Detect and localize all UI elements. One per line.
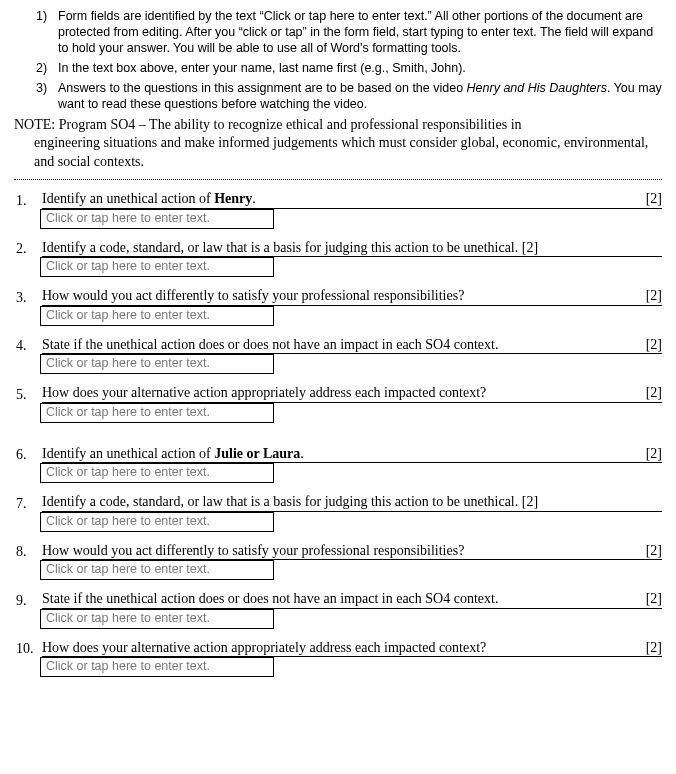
answer-input-row: Click or tap here to enter text. [40,560,662,580]
question-row: 1.Identify an unethical action of Henry.… [14,190,662,209]
question-text: Identify a code, standard, or law that i… [42,239,662,257]
question-number: 5. [14,387,42,403]
question-text: State if the unethical action does or do… [42,336,642,354]
question-number: 4. [14,338,42,354]
question-text-wrap: How does your alternative action appropr… [42,384,662,403]
question-row: 2.Identify a code, standard, or law that… [14,239,662,258]
question-text: How would you act differently to satisfy… [42,287,642,305]
answer-input-row: Click or tap here to enter text. [40,657,662,677]
question-points: [2] [642,190,662,208]
question-text-wrap: How would you act differently to satisfy… [42,287,662,306]
instruction-num: 3) [36,80,47,96]
question-text-wrap: State if the unethical action does or do… [42,336,662,355]
answer-field[interactable]: Click or tap here to enter text. [40,306,274,326]
question-points: [2] [642,384,662,402]
question-bold: Julie or Laura [214,446,300,461]
questions-container: 1.Identify an unethical action of Henry.… [14,190,662,677]
answer-input-row: Click or tap here to enter text. [40,403,662,423]
question-number: 3. [14,290,42,306]
answer-field[interactable]: Click or tap here to enter text. [40,257,274,277]
note-block: NOTE: Program SO4 – The ability to recog… [14,116,662,171]
answer-field[interactable]: Click or tap here to enter text. [40,403,274,423]
question-text: Identify an unethical action of Henry. [42,190,642,208]
answer-field[interactable]: Click or tap here to enter text. [40,354,274,374]
instruction-text: Form fields are identified by the text “… [58,9,653,55]
answer-input-row: Click or tap here to enter text. [40,257,662,277]
question-text-wrap: State if the unethical action does or do… [42,590,662,609]
question-row: 3.How would you act differently to satis… [14,287,662,306]
question-text-wrap: Identify a code, standard, or law that i… [42,239,662,258]
question-text: How would you act differently to satisfy… [42,542,642,560]
answer-input-row: Click or tap here to enter text. [40,354,662,374]
instruction-item: 1) Form fields are identified by the tex… [58,8,662,56]
instructions-list: 1) Form fields are identified by the tex… [14,8,662,112]
question-bold: Henry [214,191,252,206]
question-row: 10.How does your alternative action appr… [14,639,662,658]
question-text-wrap: How would you act differently to satisfy… [42,542,662,561]
answer-field[interactable]: Click or tap here to enter text. [40,609,274,629]
instruction-item: 3) Answers to the questions in this assi… [58,80,662,112]
answer-field[interactable]: Click or tap here to enter text. [40,560,274,580]
question-number: 2. [14,241,42,257]
question-points: [2] [642,639,662,657]
question-number: 6. [14,447,42,463]
question-text-wrap: Identify an unethical action of Julie or… [42,445,662,464]
question-points: [2] [642,542,662,560]
question-row: 7.Identify a code, standard, or law that… [14,493,662,512]
question-row: 6.Identify an unethical action of Julie … [14,445,662,464]
answer-input-row: Click or tap here to enter text. [40,209,662,229]
answer-field[interactable]: Click or tap here to enter text. [40,209,274,229]
answer-input-row: Click or tap here to enter text. [40,463,662,483]
answer-field[interactable]: Click or tap here to enter text. [40,657,274,677]
answer-field[interactable]: Click or tap here to enter text. [40,463,274,483]
question-number: 1. [14,193,42,209]
instruction-num: 1) [36,8,47,24]
question-text: How does your alternative action appropr… [42,639,642,657]
note-line2: engineering situations and make informed… [14,134,662,171]
divider [14,179,662,180]
question-number: 8. [14,544,42,560]
note-line1: Program SO4 – The ability to recognize e… [55,117,521,132]
question-row: 8.How would you act differently to satis… [14,542,662,561]
answer-input-row: Click or tap here to enter text. [40,512,662,532]
question-text: Identify a code, standard, or law that i… [42,493,662,511]
video-title: Henry and His Daughters [467,81,607,95]
question-points: [2] [642,287,662,305]
question-text: Identify an unethical action of Julie or… [42,445,642,463]
question-points: [2] [642,590,662,608]
question-row: 4.State if the unethical action does or … [14,336,662,355]
question-text: How does your alternative action appropr… [42,384,642,402]
instruction-text: In the text box above, enter your name, … [58,61,466,75]
question-number: 10. [14,641,42,657]
question-number: 7. [14,496,42,512]
question-text-wrap: How does your alternative action appropr… [42,639,662,658]
note-label: NOTE: [14,117,55,132]
question-number: 9. [14,593,42,609]
answer-input-row: Click or tap here to enter text. [40,609,662,629]
question-row: 5.How does your alternative action appro… [14,384,662,403]
question-points: [2] [642,445,662,463]
question-points: [2] [642,336,662,354]
question-row: 9.State if the unethical action does or … [14,590,662,609]
instruction-text-pre: Answers to the questions in this assignm… [58,81,467,95]
question-text-wrap: Identify a code, standard, or law that i… [42,493,662,512]
question-text-wrap: Identify an unethical action of Henry.[2… [42,190,662,209]
answer-input-row: Click or tap here to enter text. [40,306,662,326]
instruction-num: 2) [36,60,47,76]
instruction-item: 2) In the text box above, enter your nam… [58,60,662,76]
answer-field[interactable]: Click or tap here to enter text. [40,512,274,532]
question-text: State if the unethical action does or do… [42,590,642,608]
